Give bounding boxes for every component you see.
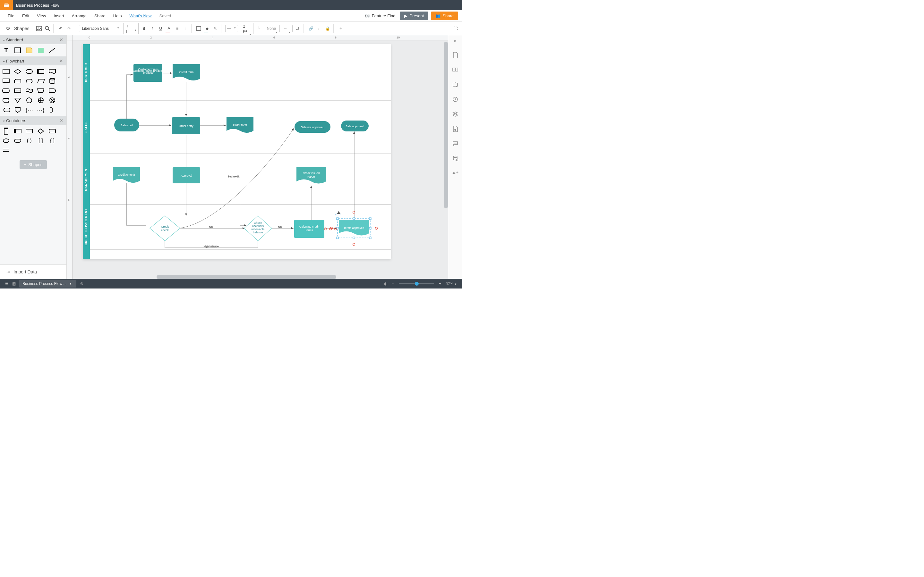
- shape-lines[interactable]: [2, 147, 10, 154]
- shape-cont-pill[interactable]: [13, 137, 22, 144]
- note-shape[interactable]: [25, 47, 33, 54]
- menu-file[interactable]: File: [4, 13, 18, 18]
- list-view-icon[interactable]: ☰: [3, 280, 10, 287]
- section-containers[interactable]: ▾Containers ✕: [0, 116, 66, 125]
- history-icon[interactable]: [451, 95, 459, 103]
- shape-process[interactable]: [2, 68, 10, 75]
- shape-annotation[interactable]: [48, 106, 57, 113]
- menu-arrange[interactable]: Arrange: [68, 13, 90, 18]
- shape-terminator[interactable]: [25, 68, 33, 75]
- shape-decision[interactable]: [13, 68, 22, 75]
- arrow-shape[interactable]: [48, 47, 57, 54]
- link-icon[interactable]: 🔗: [308, 25, 314, 32]
- underline-icon[interactable]: U: [157, 25, 164, 32]
- shape-direct[interactable]: [2, 87, 10, 94]
- text-shape[interactable]: T: [2, 47, 10, 54]
- selected-node[interactable]: Terms approved: [330, 211, 378, 245]
- feature-find[interactable]: 👀 Feature Find: [365, 13, 396, 18]
- share-button[interactable]: 👥 Share: [431, 11, 458, 20]
- lock-icon[interactable]: 🔒: [325, 25, 331, 32]
- layers-icon[interactable]: [451, 110, 459, 118]
- shape-swimlane-v[interactable]: [2, 127, 10, 135]
- zoom-level[interactable]: 62% ▼: [446, 282, 457, 286]
- text-color-icon[interactable]: A: [166, 25, 172, 32]
- canvas-page[interactable]: CUSTOMER SALES MANAGEMENT CREDIT DEPARTM…: [83, 44, 391, 259]
- document-title[interactable]: Business Process Flow: [13, 3, 59, 8]
- border-icon[interactable]: [195, 25, 202, 32]
- menu-insert[interactable]: Insert: [50, 13, 68, 18]
- fullscreen-icon[interactable]: ⛶: [452, 25, 459, 32]
- menu-share[interactable]: Share: [90, 13, 110, 18]
- gear-icon[interactable]: ⚙: [6, 25, 10, 31]
- comment-icon[interactable]: [451, 66, 459, 74]
- shape-cont-diamond[interactable]: [37, 127, 45, 135]
- shape-or[interactable]: [37, 97, 45, 104]
- section-flowchart[interactable]: ▾Flowchart ✕: [0, 56, 66, 65]
- line-width-select[interactable]: 2 px: [240, 23, 254, 34]
- add-page-icon[interactable]: ⊕: [78, 280, 86, 287]
- shape-document[interactable]: [48, 68, 57, 75]
- shape-cont-round[interactable]: [48, 127, 57, 135]
- more-shapes-button[interactable]: + Shapes: [19, 160, 47, 169]
- chat-icon[interactable]: [451, 140, 459, 147]
- close-icon[interactable]: ✕: [59, 118, 63, 123]
- shape-delay[interactable]: [48, 87, 57, 94]
- close-icon[interactable]: ✕: [59, 58, 63, 63]
- shape-data[interactable]: [37, 77, 45, 85]
- shape-predef[interactable]: [37, 68, 45, 75]
- section-standard[interactable]: ▾Standard ✕: [0, 35, 66, 44]
- horizontal-scrollbar[interactable]: [157, 275, 336, 279]
- menu-edit[interactable]: Edit: [18, 13, 33, 18]
- shape-swimlane-h[interactable]: [13, 127, 22, 135]
- data-icon[interactable]: [451, 155, 459, 162]
- line-shape-icon[interactable]: └: [255, 25, 262, 32]
- present-button[interactable]: ▶ Present: [400, 11, 428, 20]
- shape-connector[interactable]: [25, 97, 33, 104]
- shape-database[interactable]: [48, 77, 57, 85]
- import-data-button[interactable]: ⇥ Import Data: [0, 264, 66, 279]
- vertical-scrollbar[interactable]: [444, 42, 448, 208]
- menu-help[interactable]: Help: [110, 13, 126, 18]
- zoom-out-icon[interactable]: −: [389, 280, 396, 287]
- undo-icon[interactable]: ↶: [57, 25, 64, 32]
- italic-icon[interactable]: I: [149, 25, 155, 32]
- shape-callout[interactable]: [2, 77, 10, 85]
- wand-icon[interactable]: ✦: [338, 25, 344, 32]
- pencil-icon[interactable]: ✎: [212, 25, 218, 32]
- text-format-icon[interactable]: T↕: [182, 25, 189, 32]
- close-icon[interactable]: ✕: [59, 37, 63, 42]
- menu-whats-new[interactable]: What's New: [126, 13, 156, 18]
- arrow-start-select[interactable]: None: [264, 25, 280, 32]
- font-size-select[interactable]: 7 pt: [123, 23, 139, 34]
- shape-display[interactable]: [2, 106, 10, 113]
- shape-brace-pair[interactable]: ( ): [25, 137, 33, 144]
- shape-hexagon[interactable]: [25, 77, 33, 85]
- shape-brace-right[interactable]: }⋯: [25, 106, 33, 113]
- page-tab[interactable]: Business Process Flow ... ▼: [19, 280, 76, 287]
- zoom-slider[interactable]: [399, 283, 434, 284]
- theme-icon[interactable]: [451, 125, 459, 133]
- image-icon[interactable]: [36, 25, 42, 32]
- shape-card[interactable]: [13, 77, 22, 85]
- arrow-end-select[interactable]: →: [282, 25, 292, 32]
- shape-manual[interactable]: [37, 87, 45, 94]
- magnet-icon[interactable]: ∩: [316, 25, 322, 32]
- shape-internal[interactable]: [13, 87, 22, 94]
- zoom-in-icon[interactable]: +: [437, 280, 444, 287]
- rect-shape[interactable]: [13, 47, 22, 54]
- target-icon[interactable]: ◎: [382, 280, 389, 287]
- swap-icon[interactable]: ⇄: [294, 25, 301, 32]
- shapes-menu-label[interactable]: Shapes: [14, 26, 29, 31]
- page-icon[interactable]: [451, 51, 459, 59]
- slides-icon[interactable]: [451, 81, 459, 89]
- shape-offpage[interactable]: [13, 106, 22, 113]
- magic-icon[interactable]: ✦⁺: [451, 169, 459, 177]
- menu-view[interactable]: View: [33, 13, 50, 18]
- collapse-icon[interactable]: «: [454, 38, 457, 44]
- shape-brace-left[interactable]: ⋯{: [37, 106, 45, 113]
- shape-sum[interactable]: [48, 97, 57, 104]
- redo-icon[interactable]: ↷: [66, 25, 72, 32]
- grid-view-icon[interactable]: ▦: [10, 280, 17, 287]
- font-family-select[interactable]: Liberation Sans: [79, 25, 121, 32]
- shape-merge[interactable]: [13, 97, 22, 104]
